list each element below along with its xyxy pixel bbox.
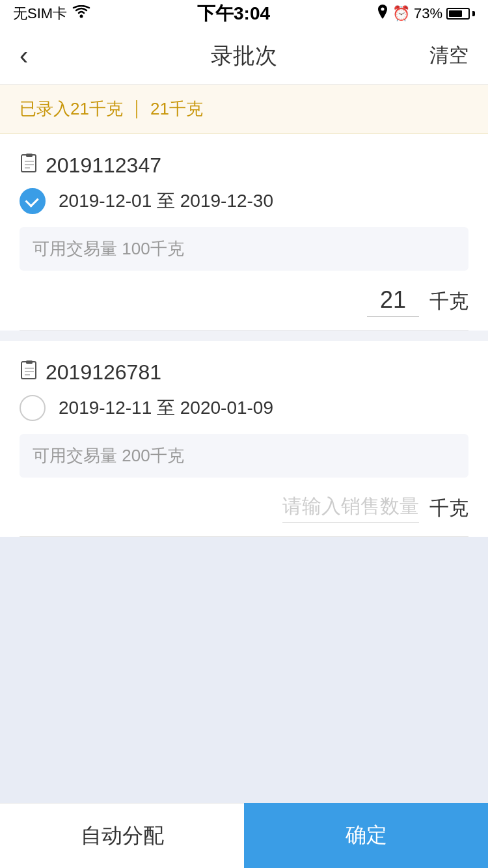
alarm-icon: ⏰ <box>392 5 410 22</box>
batch2-number-row: 2019126781 <box>20 360 468 385</box>
status-bar: 无SIM卡 下午3:04 ⏰ 73% <box>0 0 488 27</box>
svg-rect-2 <box>21 155 36 172</box>
status-time: 下午3:04 <box>197 1 270 26</box>
batch1-quantity-underline: 21 <box>367 286 419 317</box>
batch1-card: 2019112347 2019-12-01 至 2019-12-30 可用交易量… <box>0 134 488 331</box>
batch2-date-row[interactable]: 2019-12-11 至 2020-01-09 <box>20 395 468 421</box>
auto-distribute-button[interactable]: 自动分配 <box>0 803 244 868</box>
location-icon <box>377 4 388 23</box>
info-divider <box>136 100 137 118</box>
batch2-icon <box>20 360 39 385</box>
batch1-available-box: 可用交易量 100千克 <box>20 227 468 271</box>
bottom-bar: 自动分配 确定 <box>0 803 488 868</box>
batch1-icon <box>20 154 39 178</box>
svg-rect-8 <box>26 360 33 364</box>
batch1-date: 2019-12-01 至 2019-12-30 <box>59 189 273 213</box>
battery-icon <box>446 8 475 20</box>
section-divider-1 <box>20 330 468 331</box>
svg-rect-3 <box>26 154 33 157</box>
batch2-date: 2019-12-11 至 2020-01-09 <box>59 396 273 420</box>
batch2-available-text: 可用交易量 200千克 <box>33 446 184 465</box>
wifi-icon <box>72 5 90 22</box>
batch1-radio[interactable] <box>20 188 46 214</box>
batch1-number: 2019112347 <box>46 154 161 178</box>
batch2-quantity-row[interactable]: 请输入销售数量 千克 <box>20 478 468 523</box>
info-banner: 已录入21千克 21千克 <box>0 85 488 134</box>
status-left: 无SIM卡 <box>13 4 90 23</box>
batch2-card: 2019126781 2019-12-11 至 2020-01-09 可用交易量… <box>0 341 488 537</box>
batch1-quantity-value: 21 <box>380 286 406 313</box>
nav-bar: ‹ 录批次 清空 <box>0 27 488 85</box>
recorded-label: 已录入21千克 <box>20 98 123 120</box>
page-title: 录批次 <box>211 41 277 71</box>
clear-button[interactable]: 清空 <box>429 42 468 69</box>
batch1-input-area[interactable]: 21 千克 <box>367 286 468 317</box>
batch1-available-text: 可用交易量 100千克 <box>33 239 184 258</box>
carrier-text: 无SIM卡 <box>13 4 67 23</box>
batch1-date-row[interactable]: 2019-12-01 至 2019-12-30 <box>20 188 468 214</box>
batch2-placeholder: 请输入销售数量 <box>282 495 419 517</box>
batch2-radio[interactable] <box>20 395 46 421</box>
battery-percent: 73% <box>414 5 442 22</box>
status-right: ⏰ 73% <box>377 4 475 23</box>
total-label: 21千克 <box>150 98 203 120</box>
batch2-unit: 千克 <box>429 495 468 522</box>
empty-area <box>0 537 488 804</box>
batch2-quantity-underline[interactable]: 请输入销售数量 <box>282 493 419 523</box>
batch1-quantity-row: 21 千克 <box>20 271 468 317</box>
svg-rect-7 <box>21 362 36 379</box>
batch2-available-box: 可用交易量 200千克 <box>20 434 468 478</box>
svg-point-0 <box>80 15 83 18</box>
batch2-number: 2019126781 <box>46 360 161 385</box>
batch1-unit: 千克 <box>429 288 468 315</box>
back-button[interactable]: ‹ <box>20 41 59 70</box>
batch1-number-row: 2019112347 <box>20 154 468 178</box>
confirm-button[interactable]: 确定 <box>244 803 488 868</box>
svg-point-1 <box>381 8 384 11</box>
